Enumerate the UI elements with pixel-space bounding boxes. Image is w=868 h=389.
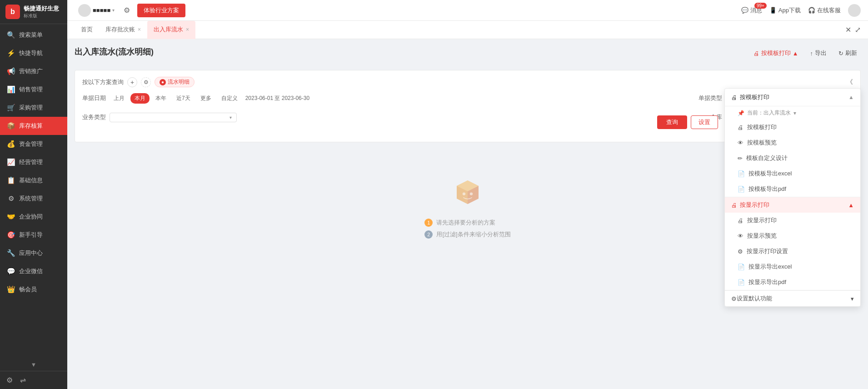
brand-name: 畅捷通好生意	[24, 5, 59, 13]
display-print-item[interactable]: 🖨 按显示打印	[725, 213, 860, 228]
marketing-icon: 📢	[6, 67, 15, 76]
display-settings-icon: ⚙	[738, 248, 743, 255]
filter-header: 按以下方案查询 + ⚙ ● 流水明细 《	[82, 77, 853, 87]
sidebar-item-inventory[interactable]: 📦 库存核算	[0, 117, 67, 135]
date-tag-7days[interactable]: 近7天	[172, 93, 195, 104]
date-tag-custom[interactable]: 自定义	[217, 93, 242, 104]
header-gear-icon[interactable]: ⚙	[124, 6, 130, 15]
filter-tag: ● 流水明细	[155, 77, 195, 87]
current-icon: 📌	[738, 110, 744, 116]
export-button[interactable]: ↑ 导出	[807, 47, 831, 59]
tab-close-all-icon[interactable]: ✕	[845, 25, 851, 34]
display-excel-label: 按显示导出excel	[748, 263, 792, 271]
tab-warehouse-flow[interactable]: 出入库流水 ×	[147, 21, 195, 39]
tab-label: 库存批次账	[105, 25, 135, 34]
template-preview-item[interactable]: 👁 按模板预览	[725, 135, 860, 150]
trial-button[interactable]: 体验行业方案	[137, 4, 185, 17]
display-print-icon: 🖨	[738, 217, 743, 224]
template-pdf-icon: 📄	[738, 186, 745, 193]
filter-tag-icon: ●	[160, 79, 166, 85]
sidebar-item-label: 资金管理	[19, 140, 43, 148]
user-name: ■■■■■	[93, 7, 110, 14]
sidebar-item-basic[interactable]: 📋 基础信息	[0, 171, 67, 190]
business-type-select[interactable]: ▾	[110, 113, 237, 122]
purchase-icon: 🛒	[6, 103, 15, 112]
display-preview-item[interactable]: 👁 按显示预览	[725, 228, 860, 244]
template-custom-item[interactable]: ✏ 模板自定义设计	[725, 150, 860, 166]
filter-collapse-left-icon[interactable]: 《	[847, 78, 853, 86]
online-service-button[interactable]: 🎧 在线客服	[808, 6, 841, 15]
sidebar-item-wechat[interactable]: 💬 企业微信	[0, 262, 67, 280]
gear-icon: ⚙	[731, 295, 737, 302]
display-pdf-label: 按显示导出pdf	[748, 278, 786, 286]
sidebar-nav: 🔍 搜索菜单 ⚡ 快捷导航 📢 营销推广 📊 销售管理 🛒 采购管理 📦	[0, 24, 67, 359]
template-export-excel-item[interactable]: 📄 按模板导出excel	[725, 166, 860, 181]
sidebar-item-cooperation[interactable]: 🤝 企业协同	[0, 208, 67, 226]
query-button[interactable]: 查询	[657, 115, 687, 129]
app-download-button[interactable]: 📱 App下载	[769, 6, 801, 15]
sidebar-item-label: 销售管理	[19, 85, 43, 94]
filter-label: 按以下方案查询	[82, 78, 124, 86]
sidebar-item-label: 库存核算	[19, 122, 43, 130]
sidebar-item-app-center[interactable]: 🔧 应用中心	[0, 244, 67, 262]
tab-close-icon[interactable]: ×	[186, 26, 189, 33]
tab-close-icon[interactable]: ×	[138, 26, 141, 33]
refresh-button[interactable]: ↻ 刷新	[835, 47, 861, 59]
sidebar-item-marketing[interactable]: 📢 营销推广	[0, 62, 67, 80]
voucher-type-label: 单据类型	[698, 94, 722, 102]
chevron-up-icon: ▲	[793, 50, 798, 57]
set-default-label: 设置默认功能	[737, 294, 772, 303]
sidebar: b 畅捷通好生意 标准版 🔍 搜索菜单 ⚡ 快捷导航 📢 营销推广 📊 销售管理	[0, 0, 67, 389]
sidebar-item-guide[interactable]: 🎯 新手引导	[0, 226, 67, 244]
display-pdf-item[interactable]: 📄 按显示导出pdf	[725, 274, 860, 290]
tab-right-icons: ✕ ⤢	[845, 25, 861, 34]
dropdown-header: 🖨 按模板打印 ▲	[725, 89, 860, 106]
tab-expand-icon[interactable]: ⤢	[855, 25, 861, 34]
sidebar-item-finance[interactable]: 💰 资金管理	[0, 135, 67, 153]
filter-add-button[interactable]: +	[127, 77, 137, 87]
print-template-button[interactable]: 🖨 按模板打印 ▲	[750, 47, 802, 59]
sidebar-item-member[interactable]: 👑 畅会员	[0, 280, 67, 299]
sidebar-item-label: 采购管理	[19, 104, 43, 112]
date-tag-this-year[interactable]: 本年	[151, 93, 170, 104]
print-header-icon: 🖨	[731, 94, 737, 101]
header-user-avatar[interactable]	[848, 4, 861, 17]
sidebar-item-label: 企业微信	[19, 267, 43, 275]
sidebar-item-sales[interactable]: 📊 销售管理	[0, 80, 67, 99]
tab-inventory-batch[interactable]: 库存批次账 ×	[99, 21, 147, 39]
dropdown-close-icon[interactable]: ▲	[848, 94, 854, 100]
display-excel-item[interactable]: 📄 按显示导出excel	[725, 259, 860, 274]
date-tag-more[interactable]: 更多	[196, 93, 215, 104]
empty-step-1: 1 请先选择要分析的方案	[424, 219, 510, 227]
template-print-icon: 🖨	[738, 124, 743, 131]
sidebar-item-purchase[interactable]: 🛒 采购管理	[0, 99, 67, 117]
display-print-settings-item[interactable]: ⚙ 按显示打印设置	[725, 244, 860, 259]
display-print-label: 按显示打印	[747, 216, 777, 224]
sidebar-scroll-down[interactable]: ▼	[0, 359, 67, 371]
date-tag-last-month[interactable]: 上月	[110, 93, 129, 104]
search-icon: 🔍	[6, 30, 15, 40]
date-tag-this-month[interactable]: 本月	[130, 93, 150, 104]
sidebar-item-search[interactable]: 🔍 搜索菜单	[0, 26, 67, 44]
message-button[interactable]: 💬 消息 99+	[741, 6, 762, 15]
sidebar-toggle-icon[interactable]: ⇌	[20, 376, 26, 384]
sidebar-item-label: 基础信息	[19, 176, 43, 185]
user-area[interactable]: ■■■■■ ▾	[75, 2, 118, 19]
filter-date-item: 单据日期 上月 本月 本年 近7天 更多 自定义 2023-06-01 至 20…	[82, 93, 309, 104]
sidebar-item-operation[interactable]: 📈 经营管理	[0, 153, 67, 171]
template-preview-label: 按模板预览	[747, 139, 777, 147]
tab-home[interactable]: 首页	[75, 21, 99, 39]
sidebar-item-quick-nav[interactable]: ⚡ 快捷导航	[0, 44, 67, 62]
settings-button[interactable]: 设置	[691, 115, 718, 129]
header-left: ■■■■■ ▾ ⚙ 体验行业方案	[75, 2, 741, 19]
settings-icon[interactable]: ⚙	[6, 376, 13, 384]
sidebar-item-system[interactable]: ⚙ 系统管理	[0, 190, 67, 208]
display-section-arrow-icon[interactable]: ▲	[848, 202, 854, 209]
filter-setting-button[interactable]: ⚙	[141, 77, 151, 87]
step2-label: 用[过滤]条件来缩小分析范围	[436, 230, 510, 239]
header-avatar	[848, 4, 861, 17]
step1-number: 1	[424, 219, 433, 227]
template-export-pdf-item[interactable]: 📄 按模板导出pdf	[725, 181, 860, 197]
template-print-item[interactable]: 🖨 按模板打印	[725, 120, 860, 135]
set-default-button[interactable]: ⚙ 设置默认功能 ▾	[725, 290, 860, 306]
